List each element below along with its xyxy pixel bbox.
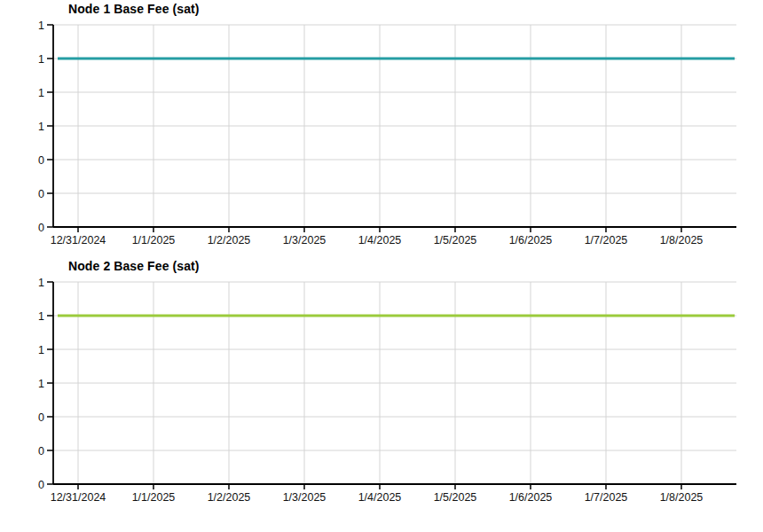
y-axis-tick-label: 0	[38, 154, 44, 167]
y-axis-tick-label: 1	[38, 378, 44, 390]
x-axis-tick-label: 12/31/2024	[51, 491, 106, 504]
x-axis-tick-label: 1/4/2025	[358, 234, 402, 246]
y-axis-tick-label: 1	[38, 53, 44, 66]
x-axis-tick-label: 1/1/2025	[132, 491, 176, 504]
base-fee-dashboard: Node 1 Base Fee (sat) 111100012/31/20241…	[0, 0, 763, 532]
y-axis-tick-label: 1	[38, 344, 44, 356]
y-axis-tick-label: 0	[38, 222, 44, 234]
chart-node2-base-fee: Node 2 Base Fee (sat) 111100012/31/20241…	[0, 257, 763, 523]
y-axis-tick-label: 0	[38, 188, 44, 200]
x-axis-tick-label: 1/1/2025	[132, 234, 176, 246]
x-axis-tick-label: 1/7/2025	[585, 234, 628, 246]
x-axis-tick-label: 1/2/2025	[208, 234, 251, 246]
node2-line-plot: 111100012/31/20241/1/20251/2/20251/3/202…	[0, 257, 763, 514]
y-axis-tick-label: 1	[38, 87, 44, 99]
y-axis-tick-label: 1	[38, 277, 44, 289]
y-axis-tick-label: 1	[38, 121, 44, 133]
x-axis-tick-label: 1/4/2025	[358, 491, 402, 504]
x-axis-tick-label: 1/3/2025	[283, 234, 326, 246]
x-axis-tick-label: 1/6/2025	[509, 491, 553, 504]
node1-line-plot: 111100012/31/20241/1/20251/2/20251/3/202…	[0, 0, 763, 257]
x-axis-tick-label: 1/6/2025	[509, 234, 553, 246]
y-axis-tick-label: 0	[38, 411, 44, 424]
x-axis-tick-label: 1/8/2025	[660, 491, 704, 504]
chart-node1-base-fee: Node 1 Base Fee (sat) 111100012/31/20241…	[0, 0, 763, 266]
x-axis-tick-label: 1/8/2025	[660, 234, 704, 246]
x-axis-tick-label: 1/5/2025	[434, 234, 477, 246]
y-axis-tick-label: 1	[38, 20, 44, 32]
x-axis-tick-label: 1/2/2025	[208, 491, 251, 504]
y-axis-tick-label: 0	[38, 479, 44, 491]
y-axis-tick-label: 0	[38, 445, 44, 458]
x-axis-tick-label: 1/5/2025	[434, 491, 477, 504]
x-axis-tick-label: 1/3/2025	[283, 491, 326, 504]
x-axis-tick-label: 1/7/2025	[585, 491, 628, 504]
x-axis-tick-label: 12/31/2024	[51, 234, 106, 246]
y-axis-tick-label: 1	[38, 310, 44, 323]
